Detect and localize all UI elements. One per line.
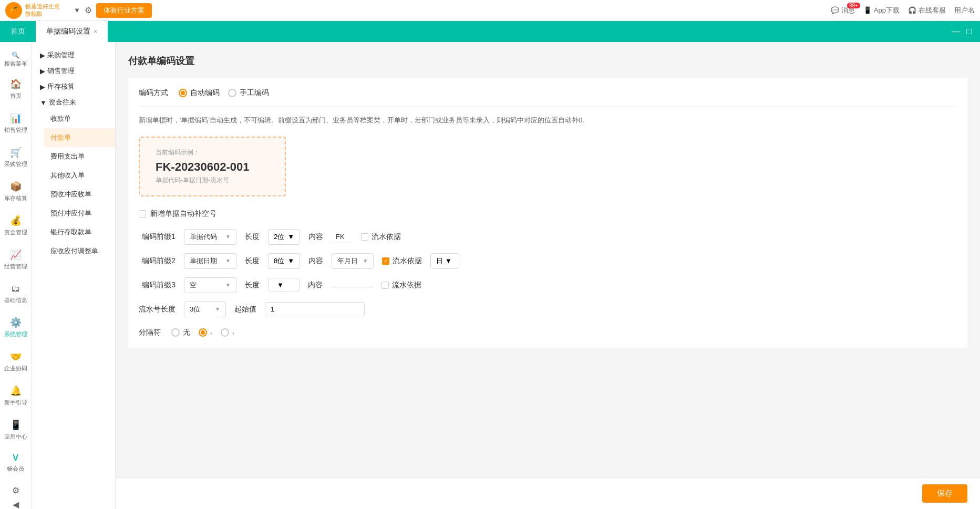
prefix2-day-select[interactable]: 日 ▼ <box>430 253 459 269</box>
collapse-icon[interactable]: ◀ <box>13 500 19 509</box>
separator-dash-radio[interactable] <box>199 328 207 337</box>
chevron-down-icon: ▼ <box>40 99 47 107</box>
topbar-nav: ▼ ⚙ 体验行业方案 <box>74 3 152 18</box>
prefix1-stream-check[interactable] <box>361 233 368 241</box>
page-title: 付款单编码设置 <box>128 55 967 67</box>
sidebar-item-inventory[interactable]: 📦 库存核算 <box>0 174 31 209</box>
home-icon: 🏠 <box>10 78 22 90</box>
chevron-down-icon: ▼ <box>215 306 220 312</box>
chevron-down-icon: ▼ <box>225 258 231 264</box>
bottom-bar: 保存 <box>116 477 980 509</box>
menu-item-adjust[interactable]: 应收应付调整单 <box>44 242 115 261</box>
finance-icon: 💰 <box>10 215 22 226</box>
auto-encoding-option[interactable]: 自动编码 <box>179 88 220 98</box>
minimize-icon[interactable]: — <box>952 27 960 36</box>
bottom-settings-icon[interactable]: ⚙ <box>12 485 19 495</box>
prefix3-length-select[interactable]: ▼ <box>268 278 300 292</box>
trial-button[interactable]: 体验行业方案 <box>96 3 152 18</box>
tab-home[interactable]: 首页 <box>0 21 36 42</box>
separator-dash-option[interactable]: · <box>199 328 212 337</box>
manual-encoding-option[interactable]: 手工编码 <box>228 88 269 98</box>
sidebar-item-member[interactable]: V 畅会员 <box>0 447 31 479</box>
basic-icon: 🗂 <box>11 283 20 294</box>
auto-fill-row: 新增单据自动补空号 <box>139 209 957 219</box>
chevron-down-icon: ▼ <box>445 257 452 265</box>
tab-encoding-settings[interactable]: 单据编码设置 × <box>36 21 108 42</box>
main-layout: 🔍 搜索菜单 🏠 首页 📊 销售管理 🛒 采购管理 📦 库存核算 💰 资金管理 … <box>0 42 980 509</box>
prefix3-stream-checkbox[interactable]: 流水依据 <box>381 281 421 290</box>
menu-item-prepay-pay[interactable]: 预付冲应付单 <box>44 204 115 223</box>
sidebar-item-operation[interactable]: 📈 经营管理 <box>0 243 31 277</box>
menu-item-prepay-recv[interactable]: 预收冲应收单 <box>44 185 115 204</box>
encoding-method-label: 编码方式 <box>139 88 168 98</box>
prefix2-length-select[interactable]: 8位 ▼ <box>268 253 300 269</box>
prefix2-stream-checkbox[interactable]: ✓ 流水依据 <box>382 256 422 266</box>
prefix2-select[interactable]: 单据日期 ▼ <box>184 253 236 269</box>
prefix3-select[interactable]: 空 ▼ <box>184 277 236 293</box>
prefix1-length-select[interactable]: 2位 ▼ <box>268 229 300 245</box>
sidebar-item-collab[interactable]: 🤝 企业协同 <box>0 345 31 379</box>
prefix1-content-value: FK <box>332 231 353 243</box>
auto-radio-btn[interactable] <box>179 89 187 97</box>
mid-menu: ▶ 采购管理 ▶ 销售管理 ▶ 库存核算 ▼ 资金往来 收款单 付款单 费用支出… <box>32 42 116 509</box>
info-text: 新增单据时，'单据编码'自动生成，不可编辑。前缀设置为部门、业务员等档案类，开单… <box>139 115 957 126</box>
menu-group-inventory[interactable]: ▶ 库存核算 <box>32 78 115 94</box>
menu-group-purchase[interactable]: ▶ 采购管理 <box>32 46 115 62</box>
prefix1-stream-checkbox[interactable]: 流水依据 <box>361 232 401 242</box>
sidebar-item-finance[interactable]: 💰 资金管理 <box>0 209 31 243</box>
prefix3-content-label: 内容 <box>308 281 323 290</box>
sidebar-item-basic[interactable]: 🗂 基础信息 <box>0 277 31 310</box>
chevron-down-icon: ▼ <box>287 257 294 265</box>
sidebar-item-sales[interactable]: 📊 销售管理 <box>0 106 31 140</box>
prefix3-length-label: 长度 <box>245 281 260 290</box>
prefix1-select[interactable]: 单据代码 ▼ <box>184 229 236 245</box>
sidebar-item-home[interactable]: 🏠 首页 <box>0 72 31 106</box>
prefix3-stream-check[interactable] <box>381 282 389 289</box>
inventory-icon: 📦 <box>10 181 22 192</box>
settings-icon[interactable]: ⚙ <box>85 5 92 15</box>
menu-group-capital[interactable]: ▼ 资金往来 <box>32 94 115 109</box>
menu-item-receipt[interactable]: 收款单 <box>44 109 115 128</box>
sidebar-item-apps[interactable]: 📱 应用中心 <box>0 413 31 447</box>
prefix2-stream-check[interactable]: ✓ <box>382 257 389 265</box>
message-button[interactable]: 💬 消息 99+ <box>831 6 855 15</box>
tab-close-icon[interactable]: × <box>94 28 97 35</box>
serial-length-select[interactable]: 3位 ▼ <box>184 302 226 317</box>
online-service-button[interactable]: 🎧 在线客服 <box>908 6 946 15</box>
sidebar-search[interactable]: 🔍 搜索菜单 <box>0 47 31 72</box>
chevron-right-icon: ▶ <box>40 67 45 75</box>
save-button[interactable]: 保存 <box>922 484 967 503</box>
serial-start-input[interactable] <box>265 302 365 316</box>
prefix2-content-label: 内容 <box>308 256 323 266</box>
sidebar-item-guide[interactable]: 🔔 新手引导 <box>0 379 31 413</box>
separator-none-option[interactable]: 无 <box>171 328 190 337</box>
auto-fill-checkbox[interactable] <box>139 210 146 217</box>
separator-dot-radio[interactable] <box>221 328 229 337</box>
menu-item-payment[interactable]: 付款单 <box>44 128 115 147</box>
encoding-method-row: 编码方式 自动编码 手工编码 <box>139 88 957 107</box>
app-download-button[interactable]: 📱 App下载 <box>863 6 900 15</box>
apps-icon: 📱 <box>10 419 22 431</box>
sidebar-bottom: ⚙ ◀ <box>0 479 31 509</box>
prefix1-row: 编码前缀1 单据代码 ▼ 长度 2位 ▼ 内容 FK 流水依据 <box>139 229 957 245</box>
encoding-radio-group: 自动编码 手工编码 <box>179 88 269 98</box>
menu-item-expense[interactable]: 费用支出单 <box>44 147 115 166</box>
separator-dot-option[interactable]: · <box>221 328 234 337</box>
chevron-right-icon: ▶ <box>40 51 45 59</box>
prefix2-row: 编码前缀2 单据日期 ▼ 长度 8位 ▼ 内容 年月日 ▼ <box>139 253 957 269</box>
sidebar-item-purchase[interactable]: 🛒 采购管理 <box>0 140 31 174</box>
left-sidebar: 🔍 搜索菜单 🏠 首页 📊 销售管理 🛒 采购管理 📦 库存核算 💰 资金管理 … <box>0 42 32 509</box>
prefix3-content-value <box>331 283 373 287</box>
logo: 🍊 畅通道好生意 旗舰版 <box>5 2 68 19</box>
maximize-icon[interactable]: □ <box>966 27 972 36</box>
user-menu[interactable]: 用户名 <box>954 6 975 15</box>
prefix2-content-select[interactable]: 年月日 ▼ <box>332 253 374 269</box>
menu-item-bank[interactable]: 银行存取款单 <box>44 223 115 242</box>
menu-group-sales[interactable]: ▶ 销售管理 <box>32 62 115 78</box>
topbar-dropdown[interactable]: ▼ <box>74 6 80 14</box>
manual-radio-btn[interactable] <box>228 89 236 97</box>
chevron-down-icon: ▼ <box>363 258 368 264</box>
menu-item-other-income[interactable]: 其他收入单 <box>44 166 115 185</box>
separator-none-radio[interactable] <box>171 328 180 337</box>
sidebar-item-system[interactable]: ⚙️ 系统管理 <box>0 310 31 345</box>
